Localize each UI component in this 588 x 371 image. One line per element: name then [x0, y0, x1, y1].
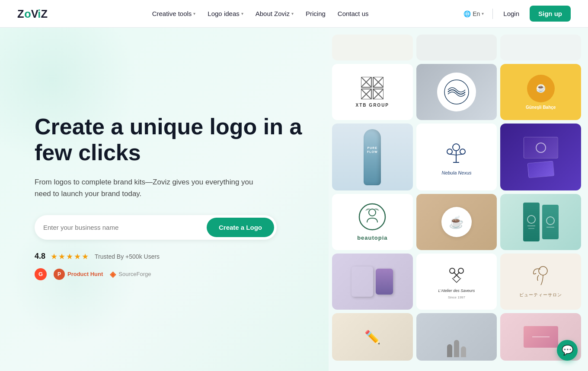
gunesli-name: Güneşli Bahçe — [526, 105, 556, 110]
svg-line-25 — [456, 154, 463, 155]
nebula-logo-icon — [444, 139, 468, 167]
hero-subtext: From logos to complete brand kits—Zoviz … — [35, 176, 259, 200]
beauty-jp-logo-icon — [530, 266, 552, 289]
rating-number: 4.8 — [35, 252, 45, 261]
beautopia-name: beautopia — [357, 235, 387, 241]
atelier-name: L'Atelier des Saveurs — [438, 289, 475, 293]
gallery-card-top3 — [500, 35, 581, 60]
gallery-card-beauty-jp[interactable]: ビューティーサロン — [500, 254, 581, 310]
svg-point-20 — [453, 144, 460, 151]
badge-row: G P Product Hunt ◈ SourceForge — [35, 268, 303, 280]
create-logo-button[interactable]: Create a Logo — [207, 218, 274, 237]
gallery-card-sketch[interactable]: ✏️ — [332, 313, 413, 361]
svg-line-24 — [450, 154, 456, 155]
nav-about[interactable]: About Zoviz ▾ — [250, 6, 299, 21]
nav-right: 🌐 En ▾ Login Sign up — [460, 6, 571, 22]
chevron-down-icon: ▾ — [482, 11, 484, 16]
nav-links: Creative tools ▾ Logo ideas ▾ About Zovi… — [147, 6, 374, 21]
chevron-down-icon: ▾ — [291, 11, 294, 16]
globe-icon: 🌐 — [463, 10, 471, 17]
hero-headline: Create a unique logo in a few clicks — [35, 114, 303, 166]
svg-text:V: V — [31, 8, 38, 20]
producthunt-badge[interactable]: P Product Hunt — [54, 269, 103, 280]
bluewave-logo-icon — [444, 79, 470, 105]
g2-badge: G — [35, 268, 47, 280]
gallery-card-bizcard[interactable] — [500, 124, 581, 190]
svg-text:Z: Z — [17, 8, 24, 20]
nav-creative-tools[interactable]: Creative tools ▾ — [147, 6, 201, 21]
main-content: Create a unique logo in a few clicks Fro… — [0, 28, 588, 371]
signup-button[interactable]: Sign up — [530, 6, 571, 22]
producthunt-icon: P — [54, 269, 65, 280]
trusted-text: Trusted By +500k Users — [95, 253, 160, 260]
svg-text:i: i — [38, 8, 41, 20]
rating-stars: ★★★★★ — [51, 252, 89, 261]
chat-icon: 💬 — [562, 345, 573, 356]
navbar: Z o V i Z Creative tools ▾ Logo ideas ▾ … — [0, 0, 588, 28]
g2-icon: G — [35, 268, 47, 280]
svg-text:Z: Z — [41, 8, 48, 20]
ira-icon: ☕ — [449, 215, 464, 229]
gallery-card-top2 — [416, 35, 497, 60]
business-name-input[interactable] — [43, 224, 207, 231]
gallery-card-top1 — [332, 35, 413, 60]
atelier-since: Since 1997 — [448, 295, 465, 299]
sourceforge-icon: ◈ — [110, 270, 116, 279]
chevron-down-icon: ▾ — [241, 11, 243, 16]
nav-divider — [492, 9, 493, 19]
login-button[interactable]: Login — [498, 7, 524, 20]
language-selector[interactable]: 🌐 En ▾ — [460, 8, 487, 20]
site-logo[interactable]: Z o V i Z — [17, 6, 61, 22]
svg-point-21 — [447, 149, 452, 154]
nebula-name: Nebula Nexus — [441, 170, 471, 175]
svg-point-27 — [369, 209, 376, 216]
nav-logo-ideas[interactable]: Logo ideas ▾ — [202, 6, 248, 21]
gallery-card-bluewave[interactable] — [416, 64, 497, 120]
nav-contact[interactable]: Contact us — [332, 6, 374, 21]
chat-button[interactable]: 💬 — [557, 340, 578, 361]
gallery-card-purple-pkg[interactable] — [332, 254, 413, 310]
hero-section: Create a unique logo in a few clicks Fro… — [0, 28, 329, 371]
gallery-card-gunesli[interactable]: ☕ Güneşli Bahçe — [500, 64, 581, 120]
xtb-name: XTB GROUP — [356, 103, 389, 108]
gallery-card-beautopia[interactable]: beautopia — [332, 194, 413, 250]
chevron-down-icon: ▾ — [193, 11, 195, 16]
xtb-logo-icon — [361, 77, 383, 99]
svg-point-32 — [539, 266, 547, 275]
svg-text:o: o — [24, 8, 31, 20]
gallery-card-teal-pkg[interactable] — [500, 194, 581, 250]
gallery-card-nebula[interactable]: Nebula Nexus — [416, 124, 497, 190]
gallery-card-xtb[interactable]: XTB GROUP — [332, 64, 413, 120]
svg-point-22 — [460, 149, 465, 154]
svg-text:☕: ☕ — [536, 83, 546, 93]
producthunt-label: Product Hunt — [67, 271, 103, 277]
beauty-jp-name: ビューティーサロン — [519, 292, 562, 298]
sketch-icon: ✏️ — [364, 330, 380, 345]
gallery-card-pureflow[interactable]: PUREFLOW — [332, 124, 413, 190]
atelier-logo-icon — [446, 264, 467, 286]
gallery-card-atelier[interactable]: L'Atelier des Saveurs Since 1997 — [416, 254, 497, 310]
gallery-section: XTB GROUP ☕ — [329, 28, 588, 371]
logo-search-form: Create a Logo — [35, 215, 277, 240]
gallery-card-silhouette[interactable] — [416, 313, 497, 361]
sourceforge-badge[interactable]: ◈ SourceForge — [110, 270, 151, 279]
sourceforge-label: SourceForge — [118, 271, 151, 277]
gunesli-icon: ☕ — [527, 75, 555, 102]
nav-pricing[interactable]: Pricing — [300, 6, 331, 21]
beautopia-logo-icon — [358, 203, 387, 231]
gallery-card-ira[interactable]: ☕ — [416, 194, 497, 250]
svg-point-26 — [359, 204, 385, 230]
rating-row: 4.8 ★★★★★ Trusted By +500k Users — [35, 252, 303, 261]
